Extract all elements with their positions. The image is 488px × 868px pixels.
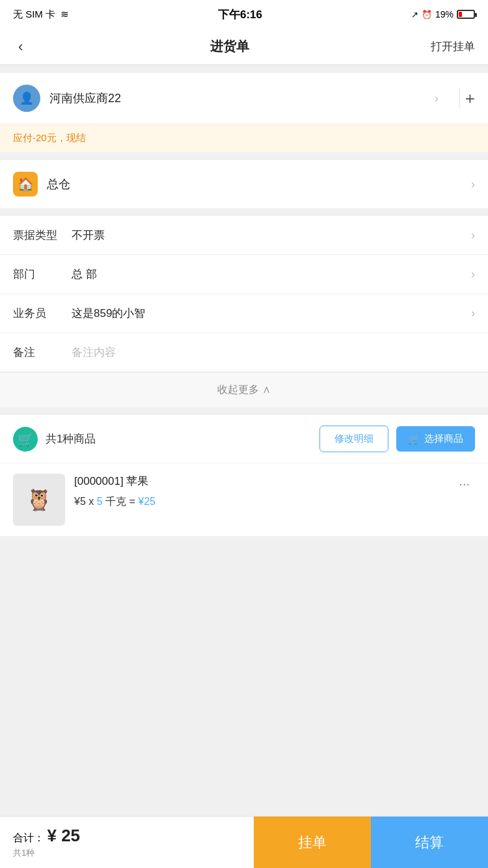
notice-bar: 应付-20元，现结 [0,124,488,152]
status-left: 无 SIM 卡 ≋ [13,8,69,21]
unit-label: 千克 [105,496,126,507]
product-more-button[interactable]: ··· [454,474,475,494]
supplier-card: 👤 河南供应商22 › + 应付-20元，现结 [0,73,488,152]
page-title: 进货单 [210,38,249,55]
select-product-button[interactable]: 🛒 选择商品 [396,426,475,452]
salesperson-row[interactable]: 业务员 这是859的小智 › [0,294,488,333]
home-icon: 🏠 [18,176,34,192]
divider [459,88,460,108]
back-button[interactable]: ‹ [13,33,28,61]
department-label: 部门 [13,267,72,282]
carrier-text: 无 SIM 卡 [13,8,55,21]
checkout-button[interactable]: 结算 [371,817,488,869]
status-right: ↗ ⏰ 19% [411,9,475,20]
quantity-value: 5 [97,496,103,507]
products-count: 共1种商品 [46,431,312,446]
owl-icon: 🦉 [26,487,52,512]
battery-percent: 19% [435,9,454,20]
fields-card: 票据类型 不开票 › 部门 总 部 › 业务员 这是859的小智 › 备注 备注… [0,216,488,372]
equals-sign: = [129,496,139,507]
wifi-icon: ≋ [61,8,69,20]
salesperson-chevron-icon: › [471,306,475,320]
supplier-row[interactable]: 👤 河南供应商22 › + [0,73,488,124]
invoice-type-chevron-icon: › [471,228,475,242]
notice-text: 应付-20元，现结 [13,132,86,143]
product-name: [0000001] 苹果 [74,474,444,489]
department-row[interactable]: 部门 总 部 › [0,255,488,294]
warehouse-card[interactable]: 🏠 总仓 › [0,160,488,208]
warehouse-row[interactable]: 🏠 总仓 › [0,160,488,208]
supplier-chevron-icon: › [435,92,439,105]
remark-label: 备注 [13,345,72,360]
salesperson-value: 这是859的小智 [72,306,471,321]
status-time: 下午6:16 [218,7,262,22]
suspend-button[interactable]: 挂单 [254,817,371,869]
nav-bar: ‹ 进货单 打开挂单 [0,29,488,65]
battery-icon [457,10,475,19]
location-icon: ↗ [411,10,418,20]
product-item: 🦉 [0000001] 苹果 ¥5 x 5 千克 = ¥25 ··· [0,463,488,536]
department-value: 总 部 [72,267,471,282]
product-thumbnail: 🦉 [13,474,65,526]
salesperson-label: 业务员 [13,306,72,321]
total-count: 共1种 [13,847,241,859]
warehouse-name: 总仓 [47,176,471,192]
price-value: ¥5 [74,496,86,507]
content-area: 👤 河南供应商22 › + 应付-20元，现结 🏠 总仓 › 票据类型 不开票 … [0,65,488,588]
select-cart-icon: 🛒 [408,433,420,445]
select-product-label: 选择商品 [424,433,463,445]
invoice-type-row[interactable]: 票据类型 不开票 › [0,216,488,255]
department-chevron-icon: › [471,267,475,281]
remark-row[interactable]: 备注 备注内容 [0,333,488,372]
total-value: ¥25 [138,496,156,507]
total-row: 合计： ¥ 25 [13,826,241,846]
edit-details-button[interactable]: 修改明细 [319,426,388,452]
warehouse-icon: 🏠 [13,172,38,197]
collapse-label: 收起更多 ∧ [217,384,270,395]
cart-icon: 🛒 [18,431,34,447]
remark-input[interactable]: 备注内容 [72,345,475,360]
invoice-type-label: 票据类型 [13,228,72,243]
total-amount: ¥ 25 [47,826,80,845]
add-supplier-button[interactable]: + [465,88,475,109]
product-id: [0000001] [74,475,124,487]
invoice-type-value: 不开票 [72,228,471,243]
product-info: [0000001] 苹果 ¥5 x 5 千克 = ¥25 [74,474,444,509]
total-label: 合计： [13,832,44,843]
products-icon: 🛒 [13,427,38,452]
price-separator: x [88,496,96,507]
collapse-button[interactable]: 收起更多 ∧ [0,372,488,407]
supplier-avatar: 👤 [13,85,40,112]
total-section: 合计： ¥ 25 共1种 [0,826,254,859]
avatar-icon: 👤 [20,91,34,105]
supplier-name: 河南供应商22 [49,90,435,106]
open-suspend-button[interactable]: 打开挂单 [431,39,475,54]
products-header: 🛒 共1种商品 修改明细 🛒 选择商品 [0,415,488,463]
product-apple-name: 苹果 [126,475,148,487]
bottom-bar: 合计： ¥ 25 共1种 挂单 结算 [0,816,488,868]
alarm-icon: ⏰ [422,10,432,20]
status-bar: 无 SIM 卡 ≋ 下午6:16 ↗ ⏰ 19% [0,0,488,29]
product-price: ¥5 x 5 千克 = ¥25 [74,495,444,509]
warehouse-chevron-icon: › [471,178,475,191]
products-card: 🛒 共1种商品 修改明细 🛒 选择商品 🦉 [0000001] 苹果 [0,415,488,536]
